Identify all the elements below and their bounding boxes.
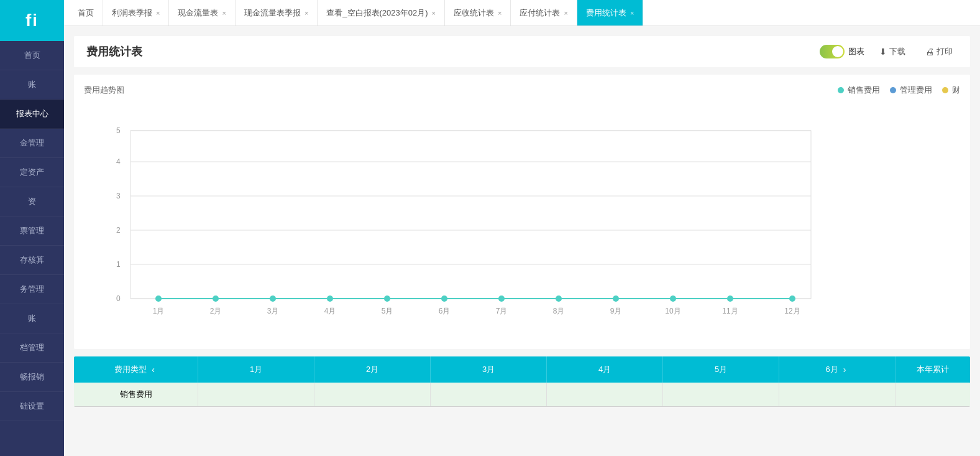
tab-cashflow[interactable]: 现金流量表 ×: [169, 0, 235, 26]
legend-label-admin: 管理费用: [900, 85, 932, 96]
tab-blank-report[interactable]: 查看_空白报表(2023年02月) ×: [318, 0, 445, 26]
download-icon: ⬇: [879, 47, 887, 57]
sidebar-item-invoice[interactable]: 票管理: [0, 216, 64, 246]
sidebar-item-inventory[interactable]: 存核算: [0, 246, 64, 275]
table-section: 费用类型 ‹ 1月 2月 3月 4月 5月 6月 › 本年累计 销售费用: [74, 356, 970, 407]
tab-expense-stat[interactable]: 费用统计表 ×: [577, 0, 643, 26]
svg-text:3: 3: [116, 192, 121, 200]
svg-point-30: [441, 295, 447, 302]
chart-title: 费用趋势图: [84, 85, 124, 96]
svg-text:1月: 1月: [153, 307, 165, 315]
sidebar-item-capital[interactable]: 资: [0, 187, 64, 216]
td-month-4: [547, 383, 663, 406]
td-month-5: [663, 383, 779, 406]
tab-payable[interactable]: 应付统计表 ×: [511, 0, 577, 26]
toggle-label: 图表: [848, 46, 864, 57]
tab-close-payable[interactable]: ×: [564, 9, 567, 17]
th-type-label: 费用类型: [114, 364, 147, 375]
td-month-6: [779, 383, 895, 406]
toggle-thumb: [832, 46, 843, 57]
sidebar: fi 首页 账 报表中心 金管理 定资产 资 票管理 存核算 务管理 账 档管理…: [0, 0, 64, 456]
sidebar-item-reports[interactable]: 报表中心: [0, 100, 64, 129]
svg-point-29: [384, 295, 390, 302]
table-header-row: 费用类型 ‹ 1月 2月 3月 4月 5月 6月 › 本年累计: [74, 356, 970, 383]
svg-text:4月: 4月: [324, 307, 336, 315]
sidebar-item-expense[interactable]: 畅报销: [0, 363, 64, 392]
chart-area: 5 4 3 2 1 0: [84, 101, 960, 339]
legend-dot-admin: [890, 87, 896, 93]
legend-label-finance: 财: [952, 85, 960, 96]
chart-header: 费用趋势图 销售费用 管理费用 财: [84, 85, 960, 96]
chart-legend: 销售费用 管理费用 财: [838, 85, 960, 96]
sidebar-item-home[interactable]: 首页: [0, 41, 64, 70]
svg-point-25: [155, 295, 162, 302]
svg-point-32: [556, 295, 562, 302]
legend-finance: 财: [942, 85, 960, 96]
sidebar-item-settings[interactable]: 础设置: [0, 392, 64, 421]
legend-admin: 管理费用: [890, 85, 932, 96]
svg-text:7月: 7月: [496, 307, 508, 315]
svg-point-26: [213, 295, 219, 302]
sidebar-item-service[interactable]: 务管理: [0, 275, 64, 304]
svg-text:5: 5: [116, 126, 121, 135]
nav-prev-arrow[interactable]: ‹: [152, 365, 155, 375]
sidebar-item-assets[interactable]: 定资产: [0, 158, 64, 187]
svg-text:9月: 9月: [610, 307, 622, 315]
sidebar-item-ledger[interactable]: 账: [0, 304, 64, 333]
legend-dot-sales: [838, 87, 844, 93]
svg-text:8月: 8月: [553, 307, 565, 315]
svg-text:2: 2: [116, 226, 121, 235]
chart-toggle-wrapper[interactable]: 图表: [820, 45, 864, 58]
svg-text:0: 0: [116, 294, 121, 303]
sidebar-logo: fi: [0, 0, 64, 41]
download-button[interactable]: ⬇ 下载: [874, 44, 910, 60]
tab-close-receivable[interactable]: ×: [498, 9, 501, 17]
sidebar-item-account[interactable]: 账: [0, 70, 64, 100]
svg-point-27: [270, 295, 276, 302]
legend-label-sales: 销售费用: [848, 85, 880, 96]
svg-point-31: [498, 295, 505, 302]
th-month-1: 1月: [198, 356, 314, 383]
sidebar-item-archive[interactable]: 档管理: [0, 333, 64, 363]
tab-close-cashflow-quarterly[interactable]: ×: [305, 9, 308, 17]
tab-bar: 首页 利润表季报 × 现金流量表 × 现金流量表季报 × 查看_空白报表(202…: [64, 0, 980, 26]
td-month-1: [198, 383, 314, 406]
tab-close-profit[interactable]: ×: [156, 9, 160, 17]
th-type: 费用类型 ‹: [74, 356, 198, 383]
svg-rect-12: [131, 131, 811, 299]
tab-home[interactable]: 首页: [69, 0, 103, 26]
th-month-2: 2月: [314, 356, 431, 383]
chart-toggle[interactable]: [820, 45, 845, 58]
sidebar-item-cash[interactable]: 金管理: [0, 129, 64, 158]
svg-text:3月: 3月: [267, 307, 279, 315]
tab-receivable[interactable]: 应收统计表 ×: [445, 0, 511, 26]
svg-point-35: [727, 295, 733, 302]
svg-point-33: [613, 295, 619, 302]
td-type: 销售费用: [74, 383, 198, 406]
print-button[interactable]: 🖨 打印: [920, 44, 958, 60]
tab-close-cashflow[interactable]: ×: [222, 9, 226, 17]
th-month-4: 4月: [547, 356, 663, 383]
svg-text:10月: 10月: [665, 307, 680, 315]
legend-sales: 销售费用: [838, 85, 880, 96]
svg-text:2月: 2月: [210, 307, 222, 315]
td-month-2: [314, 383, 431, 406]
table-row: 销售费用: [74, 383, 970, 407]
header-actions: 图表 ⬇ 下载 🖨 打印: [820, 44, 958, 60]
nav-next-arrow[interactable]: ›: [843, 365, 846, 375]
tab-profit[interactable]: 利润表季报 ×: [103, 0, 169, 26]
th-total: 本年累计: [895, 356, 970, 383]
td-total: [895, 383, 970, 406]
print-label: 打印: [936, 46, 953, 57]
page-title: 费用统计表: [86, 44, 142, 59]
svg-point-28: [327, 295, 333, 302]
tab-close-expense-stat[interactable]: ×: [630, 9, 634, 17]
print-icon: 🖨: [925, 47, 934, 57]
svg-text:12月: 12月: [784, 307, 800, 315]
tab-cashflow-quarterly[interactable]: 现金流量表季报 ×: [236, 0, 318, 26]
th-month-3: 3月: [431, 356, 547, 383]
svg-text:6月: 6月: [439, 307, 451, 315]
svg-text:11月: 11月: [722, 307, 738, 315]
legend-dot-finance: [942, 87, 948, 93]
tab-close-blank-report[interactable]: ×: [432, 9, 436, 17]
